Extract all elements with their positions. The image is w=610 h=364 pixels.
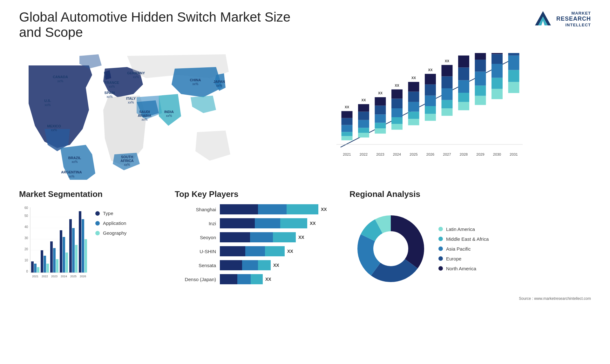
segmentation-title: Market Segmentation	[19, 189, 165, 199]
svg-rect-42	[458, 67, 469, 80]
argentina-val: xx%	[69, 175, 75, 178]
donut-chart	[349, 204, 432, 293]
year-2026: 2026	[426, 152, 434, 156]
uk-label: U.K.	[104, 71, 111, 75]
svg-rect-19	[391, 124, 403, 130]
svg-rect-81	[50, 241, 53, 273]
bar-seg3	[280, 218, 307, 228]
regional-title: Regional Analysis	[349, 189, 591, 199]
year-2025: 2025	[410, 152, 417, 156]
svg-rect-16	[375, 114, 386, 123]
svg-text:2022: 2022	[42, 275, 48, 278]
italy-val: xx%	[128, 101, 134, 104]
player-bar-inzi: XX	[220, 218, 340, 228]
svg-rect-15	[375, 123, 386, 129]
legend-type: Type	[95, 211, 126, 216]
middle-east-dot	[438, 237, 443, 241]
year-2029: 2029	[476, 152, 484, 156]
india-val: xx%	[166, 114, 172, 118]
player-name-denso: Denso (Japan)	[175, 277, 216, 282]
svg-rect-27	[408, 92, 419, 102]
argentina-label: ARGENTINA	[61, 170, 82, 174]
svg-rect-79	[46, 264, 49, 273]
logo: MARKET RESEARCH INTELLECT	[533, 10, 591, 29]
svg-rect-30	[425, 106, 436, 114]
svg-rect-4	[342, 136, 353, 140]
svg-text:10: 10	[24, 259, 28, 262]
svg-text:60: 60	[24, 206, 28, 210]
legend-asia-pacific: Asia Pacific	[438, 246, 489, 252]
bar-seg1	[220, 274, 237, 284]
svg-rect-29	[425, 114, 436, 121]
svg-rect-18	[375, 97, 386, 105]
segmentation-section: Market Segmentation 0 10 20 30 40 50 60	[19, 189, 165, 287]
svg-rect-8	[342, 111, 353, 118]
svg-rect-53	[491, 53, 503, 54]
application-dot	[95, 221, 100, 226]
svg-rect-17	[375, 105, 386, 114]
svg-text:20: 20	[24, 247, 28, 251]
svg-rect-85	[60, 230, 62, 273]
svg-rect-25	[408, 112, 419, 119]
svg-rect-33	[425, 74, 436, 84]
bar-seg2	[245, 246, 265, 256]
growth-chart-svg: XX XX XX XX	[261, 53, 585, 164]
svg-rect-34	[442, 108, 453, 116]
type-label: Type	[103, 211, 113, 216]
canada-label: CANADA	[53, 75, 68, 79]
germany-val: xx%	[133, 75, 139, 79]
italy-label: ITALY	[126, 97, 136, 100]
player-name-inzi: Inzi	[175, 221, 216, 226]
svg-rect-83	[56, 259, 58, 273]
svg-rect-28	[408, 82, 419, 92]
bar-seg2	[237, 274, 251, 284]
us-label: U.S.	[44, 99, 51, 103]
bar-seg1	[220, 260, 242, 270]
growth-chart: XX XX XX XX	[254, 46, 591, 180]
southafrica-val: xx%	[124, 163, 130, 166]
svg-rect-24	[408, 119, 419, 125]
svg-rect-52	[491, 54, 503, 64]
europe-label: Europe	[446, 256, 461, 261]
player-val-shanghai: XX	[321, 207, 327, 212]
player-val-seoyon: XX	[298, 235, 304, 240]
svg-rect-23	[391, 90, 403, 99]
player-bar-ushin: XX	[220, 246, 340, 256]
china-val: xx%	[193, 82, 199, 86]
donut-svg	[349, 207, 432, 290]
bar-seg2	[250, 232, 273, 242]
canada-val: xx%	[58, 79, 64, 83]
svg-rect-10	[358, 128, 369, 133]
brand-logo-icon	[533, 10, 552, 29]
brand-middle: RESEARCH	[556, 16, 591, 23]
player-name-sensata: Sensata	[175, 263, 216, 268]
svg-rect-32	[425, 84, 436, 96]
svg-rect-21	[391, 108, 403, 117]
svg-rect-39	[458, 102, 469, 110]
legend-latin-america: Latin America	[438, 226, 489, 232]
bar-seg2	[258, 204, 287, 214]
svg-rect-93	[79, 211, 81, 273]
brand-text: MARKET RESEARCH INTELLECT	[556, 11, 591, 28]
svg-rect-51	[491, 64, 503, 78]
player-bar-sensata: XX	[220, 260, 340, 270]
application-label: Application	[103, 220, 126, 226]
svg-rect-75	[37, 267, 39, 273]
saudi-label2: ARABIA	[138, 114, 152, 118]
legend-north-america: North America	[438, 266, 489, 271]
svg-text:0: 0	[26, 270, 28, 273]
geography-dot	[95, 231, 100, 235]
bar-seg3	[251, 274, 263, 284]
legend-middle-east: Middle East & Africa	[438, 236, 489, 242]
player-name-ushin: U-SHIN	[175, 249, 216, 254]
year-2030: 2030	[493, 152, 501, 156]
bottom-section: Market Segmentation 0 10 20 30 40 50 60	[19, 189, 591, 301]
svg-rect-12	[358, 112, 369, 120]
svg-rect-45	[475, 85, 486, 96]
svg-rect-82	[53, 248, 56, 273]
southafrica-label2: AFRICA	[120, 159, 134, 163]
year-2021: 2021	[343, 152, 351, 156]
player-name-shanghai: Shanghai	[175, 207, 216, 212]
svg-rect-73	[31, 261, 34, 273]
svg-rect-5	[342, 132, 353, 136]
